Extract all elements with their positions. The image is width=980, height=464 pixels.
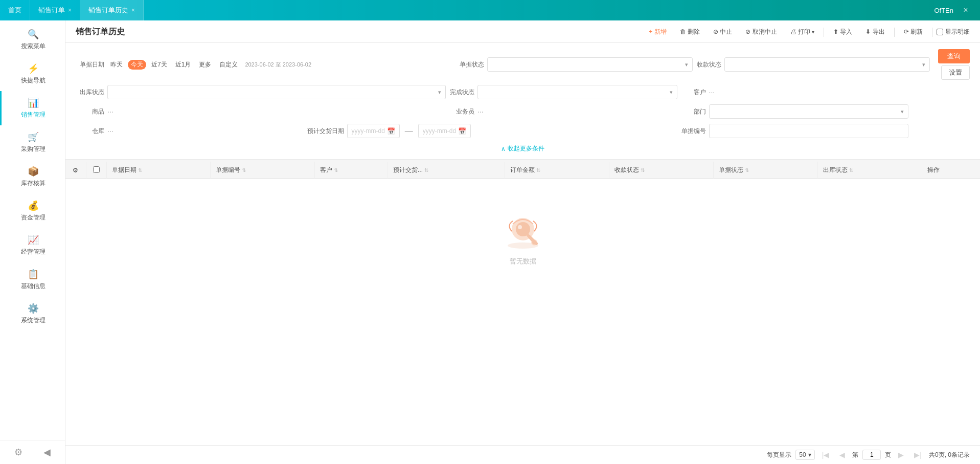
svg-point-3 — [518, 225, 522, 229]
filter-stock-out-select[interactable]: ▾ — [107, 85, 446, 99]
th-checkbox[interactable] — [86, 162, 106, 179]
sidebar-item-capital-mgmt[interactable]: 💰 资金管理 — [0, 194, 65, 228]
tab-sales-order-close[interactable]: × — [68, 7, 72, 14]
table-area: ⚙ 单据日期 ⇅ — [65, 162, 980, 464]
sidebar: 🔍 搜索菜单 ⚡ 快捷导航 📊 销售管理 🛒 采购管理 📦 库存核算 💰 资金管… — [0, 20, 65, 464]
th-receipt-status-label: 收款状态 — [614, 166, 639, 174]
collapse-button[interactable]: ∧ 收起更多条件 — [501, 144, 544, 153]
th-customer-label: 客户 — [320, 166, 332, 174]
display-detail-checkbox-label[interactable]: 显示明细 — [937, 28, 970, 36]
filter-warehouse-dots[interactable]: ··· — [107, 127, 113, 135]
date-btn-last1month[interactable]: 近1月 — [172, 60, 194, 70]
empty-icon — [497, 210, 549, 251]
filter-item-expected-date: 预计交货日期 yyyy-mm-dd 📅 — yyyy-mm-dd 📅 — [307, 124, 677, 138]
complete-status-dropdown-icon: ▾ — [670, 89, 673, 96]
sidebar-settings-icon[interactable]: ⚙ — [14, 447, 22, 458]
last-page-btn[interactable]: ▶| — [911, 450, 925, 460]
sidebar-item-quick-nav[interactable]: ⚡ 快捷导航 — [0, 57, 65, 91]
filter-complete-status-select[interactable]: ▾ — [477, 85, 677, 99]
sort-customer-icon[interactable]: ⇅ — [334, 167, 338, 173]
new-button[interactable]: + 新增 — [644, 26, 671, 38]
tab-home[interactable]: 首页 — [0, 0, 30, 20]
page-number-input[interactable]: 1 — [862, 450, 881, 460]
filter-date-control: 昨天 今天 近7天 近1月 更多 自定义 2023-06-02 至 2023-0… — [107, 60, 455, 70]
filter-row-2: 出库状态 ▾ 完成状态 ▾ — [76, 85, 970, 99]
filter-dept-select[interactable]: ▾ — [709, 104, 909, 119]
top-bar-close-btn[interactable]: × — [958, 2, 974, 18]
delete-button[interactable]: 🗑 删除 — [675, 26, 705, 38]
date-btn-custom[interactable]: 自定义 — [216, 60, 241, 70]
stock-out-dropdown-icon: ▾ — [438, 89, 441, 96]
top-bar: 首页 销售订单 × 销售订单历史 × OfTEn × — [0, 0, 980, 20]
sort-bill-no-icon[interactable]: ⇅ — [242, 167, 246, 173]
filter-customer-dots[interactable]: ··· — [709, 88, 715, 96]
filter-expected-date-to[interactable]: yyyy-mm-dd 📅 — [418, 124, 471, 138]
display-detail-checkbox[interactable] — [937, 29, 943, 35]
filter-item-customer: 客户 ··· — [677, 88, 909, 97]
print-label: 🖨 打印 — [790, 28, 810, 36]
sidebar-item-basic-info[interactable]: 📋 基础信息 — [0, 262, 65, 297]
settings-icon[interactable]: ⚙ — [73, 167, 78, 174]
basic-info-icon: 📋 — [28, 269, 39, 280]
filter-receipt-status-select[interactable]: ▾ — [724, 57, 930, 72]
prev-page-btn[interactable]: ◀ — [836, 450, 848, 460]
stop-button[interactable]: ⊘ 中止 — [708, 26, 737, 38]
sort-stock-out-status-icon[interactable]: ⇅ — [849, 167, 853, 173]
tab-sales-order-history-close[interactable]: × — [131, 7, 135, 14]
select-all-checkbox[interactable] — [93, 166, 100, 173]
date-btn-yesterday[interactable]: 昨天 — [107, 60, 126, 70]
filter-item-goods: 商品 ··· — [76, 107, 446, 116]
filter-receipt-status-label: 收款状态 — [693, 60, 721, 69]
refresh-button[interactable]: ⟳ 刷新 — [899, 26, 928, 38]
print-dropdown-icon[interactable]: ▾ — [812, 29, 814, 35]
filter-goods-dots[interactable]: ··· — [107, 107, 113, 116]
sidebar-item-inventory-calc[interactable]: 📦 库存核算 — [0, 160, 65, 194]
sidebar-item-sys-mgmt[interactable]: ⚙️ 系统管理 — [0, 297, 65, 331]
first-page-btn[interactable]: |◀ — [819, 450, 833, 460]
sidebar-item-sales-mgmt[interactable]: 📊 销售管理 — [0, 91, 65, 125]
import-button[interactable]: ⬆ 导入 — [828, 26, 857, 38]
page-label-text: 第 — [852, 451, 858, 459]
toolbar: + 新增 🗑 删除 ⊘ 中止 ⊘ 取消中止 🖨 打印 ▾ ⬆ 导入 ⬇ 导出 ⟳… — [644, 26, 970, 38]
sort-expected-delivery-icon[interactable]: ⇅ — [424, 167, 428, 173]
next-page-btn[interactable]: ▶ — [895, 450, 907, 460]
filter-bill-no-input[interactable] — [709, 124, 909, 138]
sort-receipt-status-icon[interactable]: ⇅ — [641, 167, 645, 173]
th-operation: 操作 — [922, 162, 980, 179]
per-page-label: 每页显示 — [767, 451, 791, 459]
cancel-stop-button[interactable]: ⊘ 取消中止 — [740, 26, 782, 38]
date-btn-today[interactable]: 今天 — [128, 60, 146, 70]
sort-order-amount-icon[interactable]: ⇅ — [536, 167, 540, 173]
bill-status-dropdown-icon: ▾ — [685, 61, 688, 68]
filter-expected-date-from-text: yyyy-mm-dd — [352, 127, 385, 135]
sidebar-item-ops-mgmt[interactable]: 📈 经营管理 — [0, 228, 65, 262]
sidebar-item-purchase-mgmt[interactable]: 🛒 采购管理 — [0, 125, 65, 160]
filter-customer-label: 客户 — [677, 88, 706, 97]
th-stock-out-status-label: 出库状态 — [823, 166, 848, 174]
query-button[interactable]: 查询 — [938, 49, 970, 63]
tab-sales-order-history[interactable]: 销售订单历史 × — [80, 0, 144, 20]
filter-expected-date-to-text: yyyy-mm-dd — [423, 127, 456, 135]
sidebar-item-search-menu[interactable]: 🔍 搜索菜单 — [0, 23, 65, 57]
page-size-select[interactable]: 50 ▾ — [795, 450, 814, 460]
setting-button[interactable]: 设置 — [941, 65, 970, 80]
date-btn-more[interactable]: 更多 — [196, 60, 214, 70]
date-btn-last7days[interactable]: 近7天 — [148, 60, 170, 70]
sort-bill-date-icon[interactable]: ⇅ — [138, 167, 142, 173]
filter-expected-date-control: yyyy-mm-dd 📅 — yyyy-mm-dd 📅 — [347, 124, 677, 138]
sidebar-collapse-icon[interactable]: ◀ — [43, 447, 51, 458]
filter-expected-date-from[interactable]: yyyy-mm-dd 📅 — [347, 124, 400, 138]
sort-bill-status-icon[interactable]: ⇅ — [745, 167, 749, 173]
toolbar-divider-1 — [824, 28, 824, 37]
th-bill-status: 单据状态 ⇅ — [714, 162, 818, 179]
print-button[interactable]: 🖨 打印 ▾ — [785, 26, 819, 38]
th-operation-label: 操作 — [927, 166, 940, 173]
export-button[interactable]: ⬇ 导出 — [860, 26, 890, 38]
collapse-label: 收起更多条件 — [508, 144, 544, 153]
filter-bill-status-select[interactable]: ▾ — [487, 57, 693, 72]
filter-item-warehouse: 仓库 ··· — [76, 127, 307, 136]
th-settings[interactable]: ⚙ — [65, 162, 86, 179]
sidebar-item-quick-nav-label: 快捷导航 — [21, 76, 45, 85]
filter-sales-rep-dots[interactable]: ··· — [477, 107, 484, 116]
tab-sales-order[interactable]: 销售订单 × — [30, 0, 80, 20]
